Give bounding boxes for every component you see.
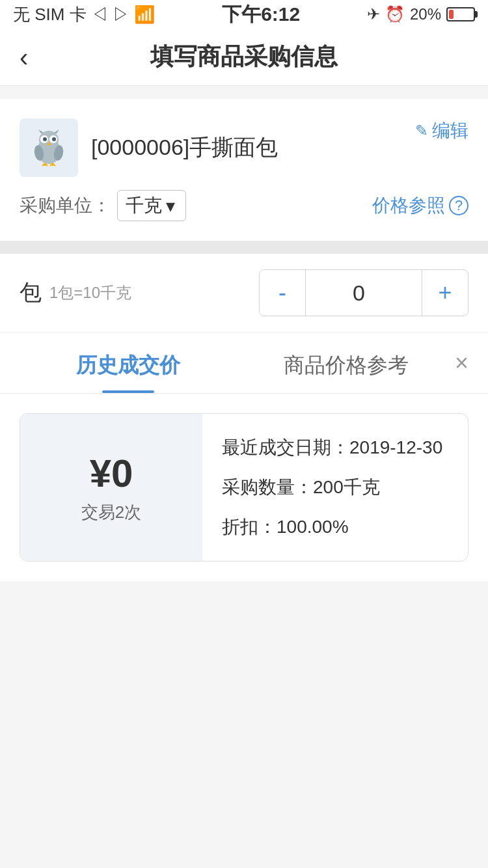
history-transactions-count: 交易2次	[81, 501, 141, 524]
battery-percent: 20%	[410, 5, 441, 23]
quantity-minus-button[interactable]: -	[260, 270, 305, 316]
svg-point-6	[43, 137, 47, 141]
purchase-qty-row: 采购数量：200千克	[222, 473, 448, 502]
page-title: 填写商品采购信息	[150, 41, 338, 73]
page-header: ‹ 填写商品采购信息	[0, 29, 488, 86]
product-thumbnail	[20, 118, 78, 177]
recent-date-row: 最近成交日期：2019-12-30	[222, 433, 448, 463]
bottom-area	[0, 581, 488, 868]
section-divider	[0, 241, 488, 254]
quantity-label: 包 1包=10千克	[20, 278, 131, 308]
tab-price-reference[interactable]: 商品价格参考	[237, 333, 454, 393]
edit-button[interactable]: ✎ 编辑	[415, 118, 468, 143]
price-reference-button[interactable]: 价格参照 ?	[372, 193, 468, 218]
quantity-row: 包 1包=10千克 - +	[0, 254, 488, 332]
unit-label: 采购单位：	[20, 193, 111, 218]
svg-marker-2	[38, 129, 44, 133]
panel-close-button[interactable]: ×	[455, 338, 468, 388]
status-carrier: 无 SIM 卡 ◁ ▷ 📶	[13, 3, 155, 26]
help-icon: ?	[449, 196, 468, 215]
edit-icon: ✎	[415, 122, 428, 140]
svg-point-7	[52, 137, 56, 141]
alarm-icon: ⏰	[385, 5, 405, 23]
price-panel: 历史成交价 商品价格参考 × ¥0 交易2次 最近成交日期：2019-12-30…	[0, 333, 488, 581]
unit-dropdown[interactable]: 千克 ▾	[117, 190, 186, 221]
status-time: 下午6:12	[222, 1, 300, 28]
history-price-value: ¥0	[90, 451, 133, 496]
product-card: [0000006]手撕面包 ✎ 编辑 采购单位： 千克 ▾ 价格参照 ?	[0, 99, 488, 241]
product-bottom: 采购单位： 千克 ▾ 价格参照 ?	[20, 190, 468, 221]
product-top: [0000006]手撕面包 ✎ 编辑	[20, 118, 468, 177]
history-price-details: 最近成交日期：2019-12-30 采购数量：200千克 折扣：100.00%	[202, 414, 468, 561]
quantity-input[interactable]	[305, 270, 422, 316]
chevron-down-icon: ▾	[166, 195, 175, 217]
location-icon: ✈	[367, 5, 380, 23]
product-name: [0000006]手撕面包	[91, 132, 278, 163]
panel-content: ¥0 交易2次 最近成交日期：2019-12-30 采购数量：200千克 折扣：…	[0, 394, 488, 581]
battery-icon	[446, 7, 475, 21]
discount-row: 折扣：100.00%	[222, 513, 448, 542]
unit-conversion: 1包=10千克	[49, 282, 131, 303]
back-button[interactable]: ‹	[20, 44, 28, 70]
panel-tabs: 历史成交价 商品价格参考 ×	[0, 333, 488, 394]
product-image	[29, 128, 68, 167]
unit-name: 包	[20, 278, 42, 308]
quantity-control: - +	[259, 269, 468, 316]
history-price-summary: ¥0 交易2次	[20, 414, 202, 561]
history-card: ¥0 交易2次 最近成交日期：2019-12-30 采购数量：200千克 折扣：…	[20, 413, 468, 562]
status-right: ✈ ⏰ 20%	[367, 5, 475, 23]
tab-history-price[interactable]: 历史成交价	[20, 333, 237, 393]
svg-marker-3	[54, 129, 59, 133]
product-left: [0000006]手撕面包	[20, 118, 278, 177]
status-bar: 无 SIM 卡 ◁ ▷ 📶 下午6:12 ✈ ⏰ 20%	[0, 0, 488, 29]
quantity-plus-button[interactable]: +	[422, 270, 468, 316]
unit-section: 采购单位： 千克 ▾	[20, 190, 186, 221]
